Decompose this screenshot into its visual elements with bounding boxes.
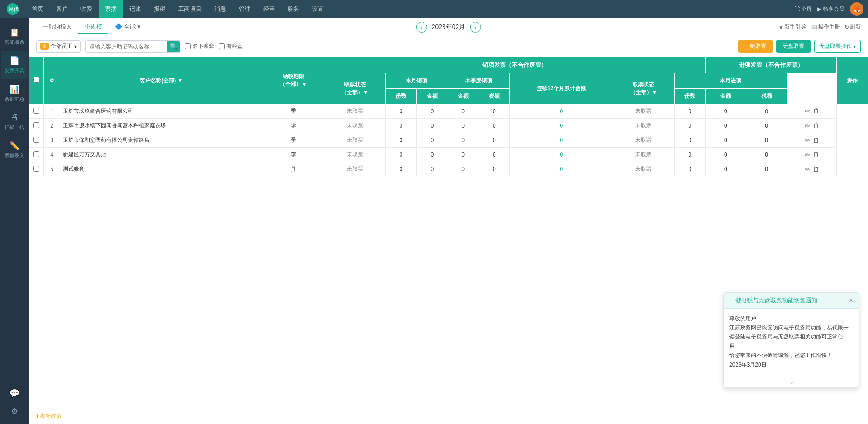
top-nav-item-记账[interactable]: 记账 <box>123 0 147 18</box>
edit-icon[interactable]: ✏ <box>805 166 810 173</box>
fullscreen-btn[interactable]: ⛶ 全屏 <box>794 5 812 13</box>
th-sales-season-tax: 税额 <box>479 89 510 104</box>
th-action: 操作 <box>837 57 868 104</box>
sidebar-item-invoice-summary[interactable]: 📊 票据汇总 <box>1 80 28 107</box>
table-row: 3 卫辉市保和堂医药有限公司走辖路店 季 未取票 0 0 0 0 0 未取票 0… <box>29 133 868 148</box>
th-customer-name: 客户名称(全部) ▼ <box>60 57 263 104</box>
main-table: ⚙ 客户名称(全部) ▼ 纳税期限（全部）▼ 销项发票（不合作废票） 进项发票（… <box>29 57 868 176</box>
vip-btn[interactable]: ▶ 畅享会员 <box>817 5 844 13</box>
employee-select[interactable]: 全 全部员工 ▾ <box>36 40 81 53</box>
edit-icon[interactable]: ✏ <box>805 151 810 158</box>
chevron-down-icon: ▾ <box>137 23 141 30</box>
top-nav-item-报税[interactable]: 报税 <box>147 0 172 18</box>
th-this-month-purchase: 本月进项 <box>674 73 787 89</box>
top-nav-item-首页[interactable]: 首页 <box>25 0 50 18</box>
top-nav-items: 首页客户收费票据记账报税工商项目消息管理经营服务设置 <box>25 0 794 18</box>
svg-text:易代: 易代 <box>9 6 19 12</box>
view-icon[interactable]: 🗒 <box>813 151 819 158</box>
sidebar-settings-btn[interactable]: ⚙ <box>1 403 28 419</box>
search-btn[interactable]: 🔍 <box>167 40 180 53</box>
row-checkbox[interactable] <box>33 137 39 143</box>
row-checkbox[interactable] <box>33 166 39 172</box>
refresh-btn[interactable]: ↻ 刷新 <box>844 23 861 31</box>
top-nav-item-客户[interactable]: 客户 <box>50 0 74 18</box>
sidebar-item-invoice-entry[interactable]: ✏️ 票据录入 <box>1 136 28 164</box>
th-this-season-sales: 本季度销项 <box>448 73 510 89</box>
all-capable-icon: 🔷 <box>115 23 122 30</box>
th-purchase-tax: 税额 <box>746 89 787 104</box>
notification-body: 尊敬的用户： 江苏政务网已恢复访问电子税务局功能，易代账一键登陆电子税务局与无盘… <box>724 309 859 375</box>
main-tab-bar: 一般纳税人 小规模 🔷 全能 ▾ ‹ 2023年02月 › ★ 新手引导 📖 操… <box>29 18 868 36</box>
top-nav-item-管理[interactable]: 管理 <box>232 0 257 18</box>
top-nav-item-设置[interactable]: 设置 <box>306 0 330 18</box>
tab-small-scale[interactable]: 小规模 <box>78 20 108 34</box>
row-checkbox[interactable] <box>33 108 39 114</box>
sidebar-bottom: 💬 ⚙ <box>1 385 28 424</box>
notification-close-btn[interactable]: × <box>849 296 853 305</box>
checkbox-has-tax-disk[interactable]: 有税盘 <box>219 43 243 50</box>
sidebar: 📋 智能取票 📄 发票开具 📊 票据汇总 🖨 扫描上传 ✏️ 票据录入 💬 ⚙ <box>0 18 29 424</box>
edit-icon[interactable]: ✏ <box>805 107 810 114</box>
sidebar-item-invoice-issue[interactable]: 📄 发票开具 <box>1 51 28 79</box>
invoice-issue-icon: 📄 <box>9 56 19 66</box>
top-nav-item-工商项目[interactable]: 工商项目 <box>172 0 208 18</box>
sidebar-item-scan-upload[interactable]: 🖨 扫描上传 <box>1 108 28 135</box>
smart-fetch-icon: 📋 <box>9 27 19 37</box>
row-checkbox[interactable] <box>33 122 39 128</box>
th-setting: ⚙ <box>44 57 60 104</box>
th-purchase-invoice-group: 进项发票（不合作废票） <box>705 57 836 73</box>
sub-tab-right-actions: ★ 新手引导 📖 操作手册 ↻ 刷新 <box>778 23 861 31</box>
edit-icon[interactable]: ✏ <box>805 137 810 144</box>
bottom-bar: ℹ 税务政策 <box>29 408 868 424</box>
top-nav-item-经营[interactable]: 经营 <box>257 0 281 18</box>
sidebar-item-smart-fetch[interactable]: 📋 智能取票 <box>1 23 28 50</box>
th-sales-invoice-group: 销项发票（不合作废票） <box>324 57 705 73</box>
table-row: 4 新建区方方文具店 季 未取票 0 0 0 0 0 未取票 0 0 0 ✏ 🗒 <box>29 148 868 162</box>
manual-btn[interactable]: 📖 操作手册 <box>811 23 840 31</box>
th-sales-month-amount: 金额 <box>416 89 448 104</box>
toolbar-right-buttons: 一键取票 无盘取票 无盘取票操作 ▾ <box>738 40 861 53</box>
th-tax-period: 纳税期限（全部）▼ <box>263 57 324 104</box>
invoice-entry-icon: ✏️ <box>9 141 19 151</box>
th-accum-12m: 连续12个月累计金额 <box>510 73 613 104</box>
top-nav-item-票据[interactable]: 票据 <box>99 0 123 18</box>
app-logo: 易代 <box>5 1 21 17</box>
select-all-checkbox[interactable] <box>33 77 39 83</box>
th-sales-season-amount: 金额 <box>448 89 479 104</box>
sidebar-chat-btn[interactable]: 💬 <box>1 385 28 401</box>
prev-month-btn[interactable]: ‹ <box>416 22 427 33</box>
view-icon[interactable]: 🗒 <box>813 137 819 144</box>
scroll-indicator: ⌄ <box>724 375 859 387</box>
search-box: 🔍 <box>85 40 180 53</box>
tab-all-capable[interactable]: 🔷 全能 ▾ <box>108 20 147 34</box>
current-date: 2023年02月 <box>432 23 466 31</box>
edit-icon[interactable]: ✏ <box>805 122 810 129</box>
next-month-btn[interactable]: › <box>470 22 481 33</box>
th-sales-status: 取票状态（全部）▼ <box>324 73 386 104</box>
th-purchase-shares: 份数 <box>674 89 705 104</box>
tab-general-taxpayer[interactable]: 一般纳税人 <box>36 20 78 34</box>
checkbox-under-accounts[interactable]: 名下账套 <box>185 43 214 50</box>
tax-policy-link[interactable]: ℹ 税务政策 <box>36 412 61 420</box>
top-nav-item-收费[interactable]: 收费 <box>74 0 99 18</box>
no-disk-ops-btn[interactable]: 无盘取票操作 ▾ <box>814 40 861 53</box>
no-disk-fetch-btn[interactable]: 无盘取票 <box>776 40 811 53</box>
checkbox-under-accounts-input[interactable] <box>185 43 191 49</box>
new-guide-btn[interactable]: ★ 新手引导 <box>778 23 806 31</box>
view-icon[interactable]: 🗒 <box>813 166 819 173</box>
view-icon[interactable]: 🗒 <box>813 107 819 114</box>
checkbox-has-tax-disk-input[interactable] <box>219 43 225 49</box>
ops-chevron-icon: ▾ <box>853 43 856 50</box>
one-key-fetch-btn[interactable]: 一键取票 <box>738 40 773 53</box>
view-icon[interactable]: 🗒 <box>813 122 819 129</box>
notification-popup: 一键报税与无盘取票功能恢复通知 × 尊敬的用户： 江苏政务网已恢复访问电子税务局… <box>723 292 859 388</box>
top-nav-item-消息[interactable]: 消息 <box>208 0 232 18</box>
th-purchase-amount: 金额 <box>705 89 746 104</box>
top-nav: 易代 首页客户收费票据记账报税工商项目消息管理经营服务设置 ⛶ 全屏 ▶ 畅享会… <box>0 0 868 18</box>
user-avatar[interactable]: 🦊 <box>850 2 863 16</box>
employee-chevron-icon: ▾ <box>74 43 77 50</box>
table-row: 2 卫辉市汲水镇下园闻睿闻营木种植家庭农场 季 未取票 0 0 0 0 0 未取… <box>29 119 868 133</box>
top-nav-item-服务[interactable]: 服务 <box>281 0 306 18</box>
row-checkbox[interactable] <box>33 151 39 157</box>
search-input[interactable] <box>86 43 167 50</box>
